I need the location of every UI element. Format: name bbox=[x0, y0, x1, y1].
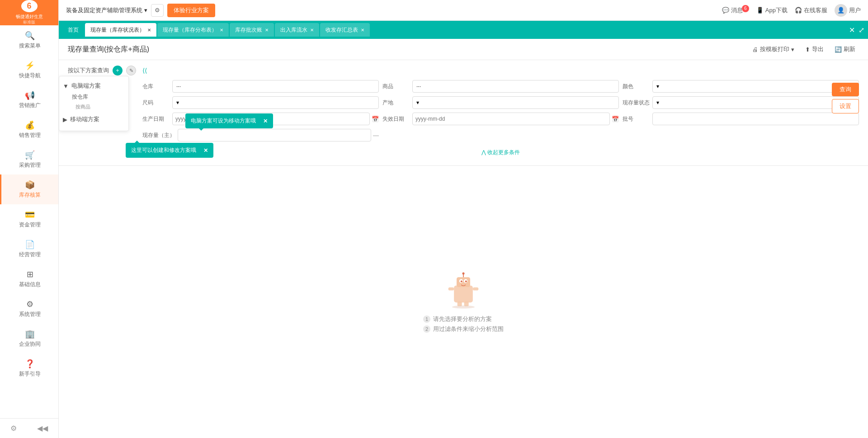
filter-header: 按以下方案查询 + ✎ ⟨⟨ bbox=[68, 66, 859, 75]
print-button[interactable]: 🖨 按模板打印 ▾ bbox=[749, 43, 798, 55]
export-button[interactable]: ⬆ 导出 bbox=[802, 43, 827, 55]
tab-inventory-dist-close[interactable]: ✕ bbox=[220, 28, 223, 33]
tab-in-out-flow-close[interactable]: ✕ bbox=[310, 28, 314, 33]
sidebar-item-marketing[interactable]: 📢 营销推广 bbox=[0, 85, 58, 115]
gear-button[interactable]: ⚙ bbox=[151, 4, 164, 17]
tab-in-out-flow[interactable]: 出入库流水 ✕ bbox=[275, 23, 319, 37]
origin-select[interactable]: ▾ bbox=[412, 96, 619, 109]
collapse-more-button[interactable]: ⋀ 收起更多条件 bbox=[142, 145, 859, 160]
operation-icon: 📄 bbox=[25, 240, 35, 250]
prod-date-label: 生产日期 bbox=[142, 115, 170, 123]
sidebar-item-finance[interactable]: 💳 资金管理 bbox=[0, 204, 58, 234]
sidebar-item-purchase[interactable]: 🛒 采购管理 bbox=[0, 145, 58, 174]
brand-edition: 标准版 bbox=[23, 19, 35, 25]
pc-expand-icon: ▼ bbox=[63, 83, 69, 89]
sidebar-item-quick-nav[interactable]: ⚡ 快捷导航 bbox=[0, 55, 58, 85]
filter-row-4: 现存量（主） — bbox=[142, 129, 859, 141]
pc-scheme-item-goods[interactable]: 按商品 bbox=[63, 102, 125, 112]
pc-scheme-group: ▼ 电脑端方案 按仓库 按商品 bbox=[63, 80, 125, 112]
sidebar-label-marketing: 营销推广 bbox=[19, 102, 41, 109]
expire-date-input[interactable] bbox=[412, 113, 610, 125]
stock-main-field: 现存量（主） — bbox=[142, 129, 379, 141]
goods-select[interactable]: ··· bbox=[412, 80, 619, 93]
mobile-scheme-header[interactable]: ▶ 移动端方案 bbox=[63, 113, 125, 125]
online-service-button[interactable]: 🎧 在线客服 bbox=[795, 6, 827, 14]
mobile-icon: 📱 bbox=[756, 7, 764, 14]
tip-text-1: 请先选择要分析的方案 bbox=[433, 315, 492, 323]
settings-icon[interactable]: ⚙ bbox=[10, 424, 17, 433]
tab-fullscreen-icon[interactable]: ⤢ bbox=[859, 26, 864, 34]
refresh-button[interactable]: 🔄 刷新 bbox=[831, 43, 859, 55]
pc-scheme-header[interactable]: ▼ 电脑端方案 bbox=[63, 80, 125, 92]
size-label: 尺码 bbox=[142, 99, 170, 107]
tip-num-1: 1 bbox=[423, 316, 430, 323]
tab-batch-account-close[interactable]: ✕ bbox=[265, 28, 269, 33]
empty-illustration bbox=[441, 269, 486, 310]
top-header: 装备及固定资产辅助管理系统 ▾ ⚙ 体验行业方案 💬 消息 6 📱 App下载 … bbox=[59, 0, 868, 21]
color-select[interactable]: ▾ bbox=[652, 80, 859, 93]
sidebar-item-basic[interactable]: ⊞ 基础信息 bbox=[0, 264, 58, 294]
app-download-button[interactable]: 📱 App下载 bbox=[756, 6, 788, 14]
tooltip-add-close[interactable]: ✕ bbox=[263, 118, 268, 124]
tab-collect-summary[interactable]: 收发存汇总表 ✕ bbox=[320, 23, 370, 37]
svg-point-7 bbox=[462, 273, 465, 275]
size-select[interactable]: ▾ bbox=[172, 96, 379, 109]
filter-header-label: 按以下方案查询 bbox=[68, 66, 109, 75]
system-selector[interactable]: 装备及固定资产辅助管理系统 ▾ bbox=[66, 6, 147, 14]
scheme-arrow-button[interactable]: ⟨⟨ bbox=[140, 66, 150, 75]
sidebar-item-system[interactable]: ⚙ 系统管理 bbox=[0, 294, 58, 324]
sidebar: 6 畅捷通好生意 标准版 🔍 搜索菜单 ⚡ 快捷导航 📢 营销推广 💰 销售管理… bbox=[0, 0, 59, 438]
sidebar-item-enterprise[interactable]: 🏢 企业协同 bbox=[0, 324, 58, 353]
stock-status-dropdown-icon: ▾ bbox=[656, 99, 659, 106]
pc-scheme-item-warehouse[interactable]: 按仓库 bbox=[63, 92, 125, 102]
stock-status-label: 现存量状态 bbox=[623, 99, 650, 107]
add-scheme-button[interactable]: + bbox=[113, 66, 123, 75]
tab-inventory-dist[interactable]: 现存量（库存分布表） ✕ bbox=[157, 23, 229, 37]
stock-main-start[interactable] bbox=[178, 129, 371, 141]
sidebar-item-operation[interactable]: 📄 经营管理 bbox=[0, 234, 58, 264]
color-label: 颜色 bbox=[623, 83, 650, 90]
message-label: 消息 bbox=[731, 6, 743, 14]
user-avatar: 👤 bbox=[835, 4, 847, 17]
svg-rect-8 bbox=[448, 287, 454, 291]
query-button[interactable]: 查询 bbox=[832, 83, 859, 96]
print-icon: 🖨 bbox=[752, 46, 758, 53]
stock-status-field: 现存量状态 ▾ bbox=[623, 96, 859, 109]
tab-home-label: 首页 bbox=[68, 26, 79, 34]
message-button[interactable]: 💬 消息 6 bbox=[722, 6, 749, 14]
tab-close-all-icon[interactable]: ✕ bbox=[849, 26, 855, 34]
color-field: 颜色 ▾ bbox=[623, 80, 859, 93]
empty-tip-2: 2 用过滤条件来缩小分析范围 bbox=[423, 325, 504, 333]
stock-status-select[interactable]: ▾ bbox=[652, 96, 859, 109]
edit-scheme-button[interactable]: ✎ bbox=[126, 66, 136, 75]
message-badge: 6 bbox=[742, 5, 749, 12]
expire-date-cal-icon: 📅 bbox=[612, 116, 619, 122]
user-label: 用户 bbox=[849, 6, 861, 14]
tab-inventory-status-label: 现存量（库存状况表） bbox=[90, 26, 145, 34]
tab-inventory-status[interactable]: 现存量（库存状况表） ✕ bbox=[85, 23, 156, 37]
tab-home[interactable]: 首页 bbox=[62, 23, 84, 37]
goods-label: 商品 bbox=[382, 83, 410, 90]
sidebar-label-sales: 销售管理 bbox=[19, 132, 41, 139]
batch-label: 批号 bbox=[623, 115, 650, 123]
reset-button[interactable]: 设置 bbox=[832, 99, 859, 113]
tab-collect-summary-close[interactable]: ✕ bbox=[361, 28, 364, 33]
page-actions: 🖨 按模板打印 ▾ ⬆ 导出 🔄 刷新 bbox=[749, 43, 859, 55]
industry-button[interactable]: 体验行业方案 bbox=[167, 4, 215, 17]
finance-icon: 💳 bbox=[25, 210, 35, 220]
user-area[interactable]: 👤 用户 bbox=[835, 4, 861, 17]
tab-batch-account[interactable]: 库存批次账 ✕ bbox=[230, 23, 274, 37]
sidebar-item-inventory[interactable]: 📦 库存核算 bbox=[0, 174, 58, 204]
print-dropdown-icon: ▾ bbox=[791, 46, 794, 53]
warehouse-select[interactable]: ··· bbox=[172, 80, 379, 93]
tab-inventory-status-close[interactable]: ✕ bbox=[147, 28, 151, 33]
tooltip-edit-close[interactable]: ✕ bbox=[203, 147, 208, 154]
sidebar-item-sales[interactable]: 💰 销售管理 bbox=[0, 115, 58, 145]
sidebar-item-guide[interactable]: ❓ 新手引导 bbox=[0, 353, 58, 383]
batch-input[interactable] bbox=[652, 113, 859, 125]
collapse-icon[interactable]: ◀◀ bbox=[37, 424, 48, 433]
system-icon: ⚙ bbox=[26, 299, 33, 309]
sidebar-item-search-menu[interactable]: 🔍 搜索菜单 bbox=[0, 25, 58, 55]
brand-name: 畅捷通好生意 bbox=[16, 14, 43, 19]
enterprise-icon: 🏢 bbox=[25, 329, 35, 339]
